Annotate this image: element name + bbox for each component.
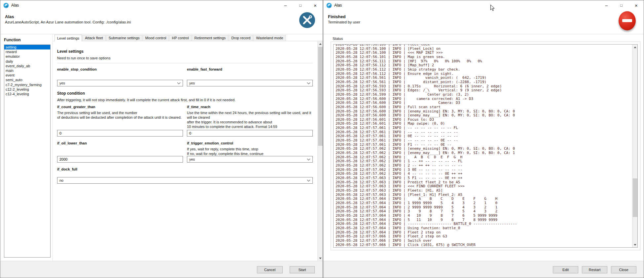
field-if_dock_full: if_dock_fullno: [57, 167, 313, 184]
dropdown-chevron-icon: [307, 178, 310, 181]
sidebar-item-event_daily_ab[interactable]: event_daily_ab: [4, 64, 50, 68]
window-title: Alas: [334, 3, 342, 8]
if_count_greater_than-input[interactable]: [57, 130, 183, 137]
sidebar-item-event[interactable]: event: [4, 73, 50, 77]
tab-wasteland-mode[interactable]: Wasteland mode: [253, 35, 286, 41]
field-label: if_count_greater_than: [57, 105, 183, 109]
field-label: if_oil_lower_than: [57, 141, 183, 145]
function-sidebar: Function settingrewardemulatordailyevent…: [0, 35, 53, 261]
scroll-down-icon[interactable]: [632, 242, 638, 247]
close-action-button[interactable]: Close: [611, 266, 636, 273]
log-line: 2020-05-28 12:07:57.066 | INFO | Switch …: [336, 239, 632, 243]
log-line: 2020-05-28 12:07:57.061 | INFO | -- -- -…: [336, 126, 632, 130]
maximize-button[interactable]: □: [293, 0, 308, 10]
close-button[interactable]: ×: [308, 0, 323, 10]
if_oil_lower_than-input[interactable]: [57, 156, 183, 163]
log-line: 2020-05-28 12:07:56.101 | INFO | Map is …: [336, 55, 632, 59]
scrollbar-thumb[interactable]: [318, 47, 323, 146]
log-line: 2020-05-28 12:07:57.064 | INFO | -------…: [336, 222, 632, 226]
form-row: if_count_greater_thanThe previous settin…: [57, 105, 313, 137]
enable_stop_condition-select[interactable]: yes: [57, 80, 183, 86]
status-header: Finished Terminated by user: [323, 10, 644, 34]
section-desc: After triggering, it will not stop immed…: [57, 98, 313, 102]
cancel-button[interactable]: Cancel: [257, 266, 283, 273]
tab-mood-control[interactable]: Mood control: [143, 35, 169, 41]
scroll-up-icon[interactable]: [632, 45, 638, 50]
scrollbar-thumb[interactable]: [633, 178, 637, 217]
alas-status-window: Alas – □ × Finished Terminated by user S…: [323, 0, 644, 278]
section-desc: Need to run once to save options: [57, 56, 313, 60]
field-enable_stop_condition: enable_stop_conditionyes: [57, 67, 183, 86]
tab-attack-fleet[interactable]: Attack fleet: [82, 35, 105, 41]
field-description: The previous setting will be used, and t…: [57, 110, 183, 120]
log-line: 2020-05-28 12:07:56.600 | INFO | Full sc…: [336, 105, 632, 109]
log-line: 2020-05-28 12:07:57.063 | INFO | 5 F1 --…: [336, 176, 632, 180]
combo-value: yes: [189, 157, 195, 161]
sidebar-item-c7-2_mystery_farming[interactable]: c7-2_mystery_farming: [4, 82, 50, 87]
if_time_reach-input[interactable]: [187, 130, 313, 137]
field-label: if_dock_full: [57, 167, 313, 171]
dropdown-chevron-icon: [307, 81, 310, 84]
config-subtitle: AzurLaneAutoScript, An Azur Lane automat…: [5, 20, 318, 24]
scroll-up-icon[interactable]: [318, 41, 323, 46]
minimize-button[interactable]: –: [599, 0, 614, 10]
tab-hp-control[interactable]: HP control: [169, 35, 191, 41]
start-button[interactable]: Start: [290, 266, 315, 273]
form-row: enable_stop_conditionyesenable_fast_forw…: [57, 67, 313, 86]
edit-button[interactable]: Edit: [553, 266, 578, 273]
minimize-button[interactable]: –: [278, 0, 293, 10]
tab-submarine-settings[interactable]: Submarine settings: [106, 35, 142, 41]
if_trigger_emotion_control-select[interactable]: yes: [187, 156, 313, 163]
config-title: Alas: [5, 14, 318, 19]
alas-logo-icon: [3, 3, 9, 8]
sidebar-item-semi_auto[interactable]: semi_auto: [4, 77, 50, 82]
field-label: enable_stop_condition: [57, 67, 183, 71]
function-listbox[interactable]: settingrewardemulatordailyevent_daily_ab…: [4, 45, 51, 258]
settings-panel: Level settingsAttack fleetSubmarine sett…: [53, 35, 323, 261]
sidebar-item-c12-2_leveling[interactable]: c12-2_leveling: [4, 87, 50, 92]
enable_fast_forward-select[interactable]: yes: [187, 80, 313, 86]
form-scrollbar[interactable]: [317, 41, 323, 261]
scroll-down-icon[interactable]: [318, 256, 323, 261]
form-area: Level settingsNeed to run once to save o…: [53, 41, 317, 261]
log-line: 2020-05-28 12:07:56.599 | INFO | Center …: [336, 93, 632, 97]
combo-value: yes: [189, 81, 195, 85]
log-scrollbar[interactable]: [632, 45, 637, 247]
sidebar-item-c12-4_leveling[interactable]: c12-4_leveling: [4, 92, 50, 96]
field-if_oil_lower_than: if_oil_lower_than: [57, 141, 183, 163]
restart-button[interactable]: Restart: [582, 266, 607, 273]
dropdown-chevron-icon: [307, 157, 310, 160]
tab-level-settings[interactable]: Level settings: [54, 35, 82, 41]
maximize-button[interactable]: □: [614, 0, 629, 10]
divider: [57, 63, 313, 63]
config-footer: Cancel Start: [0, 261, 323, 278]
sidebar-item-reward[interactable]: reward: [4, 49, 50, 54]
tab-drop-record[interactable]: Drop record: [229, 35, 253, 41]
config-body: Function settingrewardemulatordailyevent…: [0, 35, 323, 261]
field-if_trigger_emotion_control: if_trigger_emotion_controlIf yes, wait f…: [187, 141, 313, 163]
log-line: 2020-05-28 12:07:57.061 | INFO | -- -- -…: [336, 139, 632, 143]
sidebar-item-emulator[interactable]: emulator: [4, 54, 50, 59]
sidebar-item-setting[interactable]: setting: [4, 45, 50, 49]
finished-title: Finished: [328, 14, 639, 19]
config-header: Alas AzurLaneAutoScript, An Azur Lane au…: [0, 10, 323, 34]
if_dock_full-select[interactable]: no: [57, 177, 313, 184]
log-line: 2020-05-28 12:07:57.064 | INFO | 4 10 9 …: [336, 214, 632, 218]
log-line: 2020-05-28 12:07:57.062 | INFO | [enemy_…: [336, 151, 632, 155]
log-line: 2020-05-28 12:07:57.066 | INFO | Fleet_2…: [336, 234, 632, 239]
combo-value: no: [59, 178, 63, 182]
status-label: Status: [333, 37, 343, 41]
form-row: if_oil_lower_thanif_trigger_emotion_cont…: [57, 141, 313, 163]
sidebar-item-main[interactable]: main: [4, 68, 50, 73]
window-title: Alas: [11, 3, 19, 8]
log-line: 2020-05-28 12:07:56.600 | INFO | [enemy_…: [336, 113, 632, 118]
close-button[interactable]: ×: [629, 0, 644, 10]
field-if_count_greater_than: if_count_greater_thanThe previous settin…: [57, 105, 183, 137]
field-label: enable_fast_forward: [187, 67, 313, 71]
sidebar-item-daily[interactable]: daily: [4, 59, 50, 64]
titlebar[interactable]: Alas – □ ×: [0, 0, 323, 10]
tab-retirement-settings[interactable]: Retirement settings: [192, 35, 229, 41]
finished-subtitle: Terminated by user: [328, 20, 639, 24]
titlebar[interactable]: Alas – □ ×: [323, 0, 644, 10]
log-box: 2020-05-28 12:07:56.100 | INFO | fleet_l…: [333, 44, 638, 248]
